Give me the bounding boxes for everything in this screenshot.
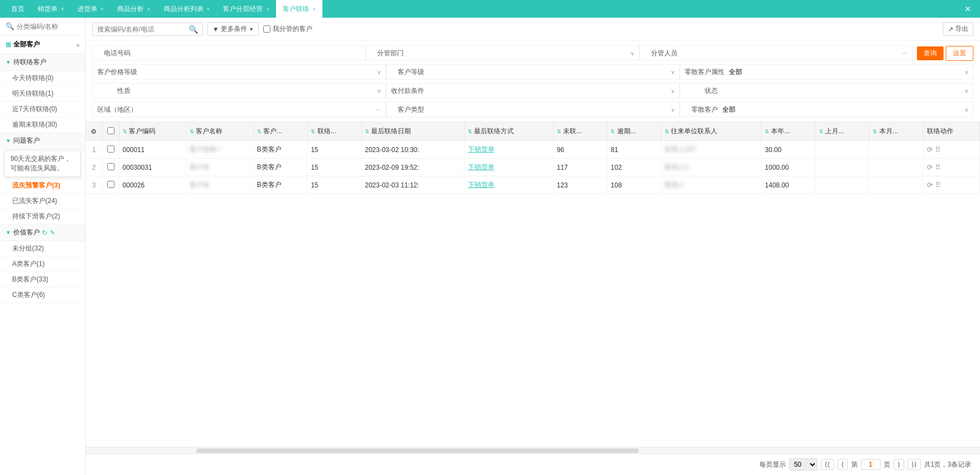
sidebar-item-tomorrow-contact[interactable]: 明天待联络(1) (0, 86, 85, 102)
horizontal-scrollbar[interactable] (86, 447, 980, 453)
nav-tab-home[interactable]: 首页 (4, 0, 31, 18)
chevron-down-icon[interactable]: ∨ (671, 88, 675, 94)
sidebar-search-input[interactable] (17, 23, 80, 30)
col-last-date[interactable]: ⇅ 最后联络日期 (361, 122, 464, 141)
settings-button[interactable]: 设置 (946, 46, 973, 61)
sidebar-group-value[interactable]: ▼ 价值客户 ↻ ✎ (0, 225, 85, 241)
chevron-down-icon[interactable]: ∨ (965, 107, 968, 113)
select-all-checkbox[interactable] (107, 127, 114, 134)
col-name[interactable]: ⇅ 客户名称 (186, 122, 253, 141)
close-icon[interactable]: × (207, 6, 210, 12)
sidebar-item-class-b[interactable]: B类客户(33) (0, 272, 85, 288)
customer-type: B类客户 (253, 159, 307, 176)
close-icon[interactable]: × (61, 6, 64, 12)
more-action-icon[interactable]: ⠿ (935, 181, 941, 189)
contact-action-icon[interactable]: ⟳ (927, 145, 933, 154)
row-checkbox[interactable] (107, 145, 114, 153)
my-customers-checkbox-area[interactable]: 我分管的客户 (263, 24, 312, 34)
col-this-year[interactable]: ⇅ 本年... (762, 122, 816, 141)
row-number: 3 (86, 176, 102, 194)
filter-customer-type: 客户类型 ∨ (386, 102, 680, 117)
col-this-month[interactable]: ⇅ 本月... (869, 122, 924, 141)
chevron-down-icon[interactable]: ∨ (671, 107, 675, 113)
more-action-icon[interactable]: ⠿ (935, 145, 941, 154)
col-settings[interactable]: ⚙ (86, 122, 102, 141)
col-contact[interactable]: ⇅ 联络... (307, 122, 362, 141)
sidebar-item-churned[interactable]: 已流失客户(24) (0, 194, 85, 209)
contact-method-link[interactable]: 下销货单 (468, 181, 494, 189)
per-page-select[interactable]: 50 100 200 (789, 458, 817, 471)
sidebar-item-week-contact[interactable]: 近7天待联络(0) (0, 102, 85, 117)
contact-action-icon[interactable]: ⟳ (927, 163, 933, 171)
table-row: 3 000026 客户名 B类客户 15 2023-02-03 11:12: 下… (86, 176, 980, 194)
filter-row-2: 客户价格等级 ∨ 客户等级 ∨ 零散客户属性 全部 ∨ (92, 64, 973, 80)
sidebar-item-class-c[interactable]: C类客户(6) (0, 288, 85, 303)
export-button[interactable]: ↗ 导出 (943, 22, 973, 36)
close-icon[interactable]: × (101, 6, 104, 12)
sort-icon: ⇅ (123, 129, 127, 134)
sidebar-all-customers[interactable]: ⊞ 全部客户 « (0, 35, 85, 54)
query-button[interactable]: 查询 (917, 46, 943, 60)
filter-button[interactable]: ▼ 更多条件 ▼ (207, 22, 259, 36)
refresh-icon[interactable]: ↻ (42, 229, 48, 237)
nav-tab-product-list[interactable]: 商品分析列表 × (157, 0, 217, 18)
filter-payment-label: 收付款条件 (391, 86, 424, 96)
contact-method-link[interactable]: 下销货单 (468, 163, 494, 171)
last-month-amount (815, 141, 869, 159)
col-overdue[interactable]: ⇅ 逾期... (607, 122, 661, 141)
col-uncontact[interactable]: ⇅ 未联... (553, 122, 607, 141)
search-input[interactable] (97, 25, 189, 33)
nav-tab-customer-contact[interactable]: 客户联络 × (276, 0, 322, 18)
col-code[interactable]: ⇅ 客户编码 (119, 122, 186, 141)
sort-icon: ⇅ (611, 129, 615, 134)
prev-page-button[interactable]: ⟨ (837, 459, 848, 470)
chevron-down-icon[interactable]: ∨ (965, 69, 968, 75)
row-number: 2 (86, 159, 102, 176)
page-number-input[interactable] (861, 459, 880, 470)
more-icon[interactable]: ··· (902, 49, 908, 57)
sidebar-item-class-a[interactable]: A类客户(1) (0, 257, 85, 272)
chevron-down-icon[interactable]: ∨ (377, 69, 381, 75)
sidebar-group-pending[interactable]: ▼ 待联络客户 (0, 54, 85, 71)
sidebar-item-churn-warning[interactable]: 流失预警客户(3) (0, 178, 85, 194)
chevron-down-icon[interactable]: ∨ (965, 88, 968, 94)
sidebar-item-unclassified[interactable]: 未分组(32) (0, 241, 85, 257)
my-customers-checkbox[interactable] (263, 25, 270, 33)
nav-tab-sales[interactable]: 销货单 × (31, 0, 71, 18)
next-page-button[interactable]: ⟩ (894, 459, 904, 470)
chevron-down-icon[interactable]: ∨ (671, 69, 675, 75)
chevron-down-icon[interactable]: ∨ (377, 88, 381, 94)
more-action-icon[interactable]: ⠿ (935, 163, 941, 171)
last-page-button[interactable]: ⟩⟩ (908, 459, 921, 470)
col-checkbox (102, 122, 119, 141)
close-icon[interactable]: × (266, 6, 269, 12)
first-page-button[interactable]: ⟨⟨ (821, 459, 834, 470)
close-icon[interactable]: × (147, 6, 150, 12)
col-type[interactable]: ⇅ 客户... (253, 122, 307, 141)
row-checkbox[interactable] (107, 181, 114, 188)
scroll-thumb[interactable] (196, 448, 639, 453)
close-icon[interactable]: × (312, 6, 316, 12)
sidebar-item-overdue-contact[interactable]: 逾期未联络(30) (0, 117, 85, 133)
col-last-method[interactable]: ⇅ 最后联络方式 (464, 122, 553, 141)
nav-tab-purchase[interactable]: 进货单 × (71, 0, 111, 18)
sidebar-item-today-contact[interactable]: 今天待联络(0) (0, 71, 85, 86)
close-window-icon[interactable]: ✕ (960, 4, 976, 13)
sidebar-group-problem[interactable]: ▼ 问题客户 (0, 133, 85, 149)
search-button[interactable]: 🔍 (189, 25, 198, 34)
contact-method-link[interactable]: 下销货单 (468, 145, 494, 153)
nav-tab-product-analysis[interactable]: 商品分析 × (111, 0, 157, 18)
col-company-contact[interactable]: ⇅ 往来单位联系人 (661, 122, 761, 141)
filter-price-grade: 客户价格等级 ∨ (92, 64, 386, 80)
collapse-icon[interactable]: « (76, 41, 80, 48)
col-last-month[interactable]: ⇅ 上月... (815, 122, 869, 141)
more-icon[interactable]: ··· (376, 106, 381, 113)
contact-action-icon[interactable]: ⟳ (927, 181, 933, 189)
filter-phone-input[interactable] (135, 49, 361, 57)
edit-icon[interactable]: ✎ (50, 229, 55, 237)
chevron-down-icon[interactable]: ∨ (630, 50, 634, 56)
row-checkbox[interactable] (107, 163, 114, 170)
sidebar-item-declining[interactable]: 持续下滑客户(2) (0, 209, 85, 225)
sidebar-search-area: 🔍 (0, 18, 85, 35)
nav-tab-customer-tier[interactable]: 客户分层经营 × (216, 0, 276, 18)
